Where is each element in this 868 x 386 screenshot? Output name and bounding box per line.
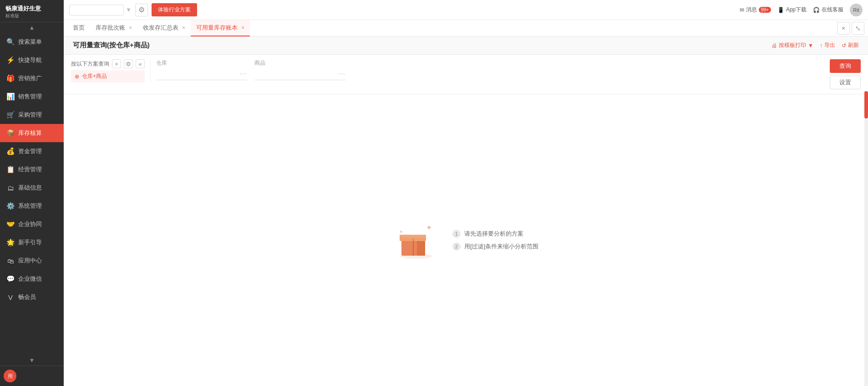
marketing-icon: 🎁 [6, 74, 15, 82]
app-label: App下载 [786, 6, 807, 14]
sidebar-item-label-finance: 资金管理 [18, 147, 42, 155]
sidebar-item-enterprise[interactable]: 🤝企业协同 [0, 215, 64, 233]
svg-rect-4 [400, 235, 426, 237]
filter-fields: 仓库 ··· 商品 ··· [156, 59, 830, 80]
sidebar-item-purchase[interactable]: 🛒采购管理 [0, 106, 64, 124]
print-action[interactable]: 🖨 按模板打印 ▼ [772, 41, 813, 49]
tip-num-1: 1 [452, 230, 461, 238]
sidebar-item-search[interactable]: 🔍搜索菜单 [0, 33, 64, 51]
warehouse-input-wrap: ··· [156, 68, 247, 80]
tab-available-close[interactable]: × [241, 25, 244, 31]
tabs-controls: × ⤡ [837, 22, 864, 35]
settings-btn[interactable]: 设置 [830, 76, 861, 89]
export-icon: ↑ [820, 42, 822, 49]
message-icon: ✉ [740, 7, 744, 13]
tab-available[interactable]: 可用量库存账本 × [191, 20, 250, 36]
sidebar-item-label-enterprise: 企业协同 [18, 220, 42, 228]
operations-icon: 📋 [6, 165, 15, 174]
product-label: 商品 [254, 59, 345, 67]
enterprise-icon: 🤝 [6, 220, 15, 228]
basic-icon: 🗂 [6, 184, 15, 192]
filter-area: 按以下方案查询 + ⚙ « ⊕ 仓库+商品 仓库 ··· 商品 [64, 55, 868, 94]
sidebar-item-sales[interactable]: 📊销售管理 [0, 87, 64, 106]
sidebar-item-label-inventory: 库存核算 [18, 129, 42, 137]
sidebar-user[interactable]: 用 [0, 365, 64, 386]
right-scrollbar[interactable] [864, 91, 868, 386]
collapse-scheme-btn[interactable]: « [136, 59, 145, 68]
scheme-item-label: 仓库+商品 [82, 72, 107, 80]
warehouse-input[interactable] [156, 71, 238, 77]
warehouse-more-btn[interactable]: ··· [240, 70, 247, 78]
topbar-search-area: ▼ [69, 5, 132, 15]
online-service-action[interactable]: 🎧 在线客服 [813, 6, 843, 14]
sidebar-item-inventory[interactable]: 📦库存核算 [0, 124, 64, 142]
tab-summary-close[interactable]: × [182, 25, 185, 31]
tab-batch[interactable]: 库存批次账 × [90, 20, 137, 36]
empty-state: ✦ ✦ 1 请先选择要分析的方案 2 用[过滤]条件来缩小分析范围 [64, 94, 868, 386]
tip-1: 1 请先选择要分析的方案 [452, 230, 538, 238]
svg-rect-2 [417, 239, 425, 256]
message-action[interactable]: ✉ 消息 99+ [740, 6, 771, 14]
scroll-up-btn[interactable]: ▲ [0, 22, 64, 33]
app-download-action[interactable]: 📱 App下载 [777, 6, 807, 14]
sidebar-item-shortcut[interactable]: ⚡快捷导航 [0, 51, 64, 69]
tabs-bar: 首页 库存批次账 × 收发存汇总表 × 可用量库存账本 × × ⤡ [64, 20, 868, 36]
product-input[interactable] [254, 71, 336, 77]
scrollbar-thumb[interactable] [864, 91, 868, 118]
finance-icon: 💰 [6, 147, 15, 155]
print-dropdown-icon[interactable]: ▼ [808, 42, 813, 49]
system-icon: ⚙️ [6, 202, 15, 210]
topbar-dropdown-icon[interactable]: ▼ [126, 6, 132, 13]
appstore-icon: 🛍 [6, 257, 15, 265]
sidebar-item-appstore[interactable]: 🛍应用中心 [0, 252, 64, 270]
warehouse-label: 仓库 [156, 59, 247, 67]
sidebar-item-label-shortcut: 快捷导航 [18, 56, 42, 64]
tab-close-all-btn[interactable]: × [837, 22, 850, 35]
filter-scheme-header: 按以下方案查询 + ⚙ « [71, 59, 145, 68]
inventory-icon: 📦 [6, 129, 15, 137]
add-scheme-btn[interactable]: + [112, 59, 121, 68]
topbar-user-text: Rit [853, 7, 859, 13]
tab-batch-label: 库存批次账 [96, 24, 125, 32]
tab-expand-btn[interactable]: ⤡ [852, 22, 864, 35]
sidebar-item-system[interactable]: ⚙️系统管理 [0, 197, 64, 215]
product-more-btn[interactable]: ··· [338, 70, 345, 78]
tip-text-2: 用[过滤]条件来缩小分析范围 [464, 242, 538, 251]
topbar-actions: ✉ 消息 99+ 📱 App下载 🎧 在线客服 Rit [740, 4, 863, 16]
scroll-down-btn[interactable]: ▼ [0, 355, 64, 365]
tab-batch-close[interactable]: × [129, 25, 132, 31]
sidebar-item-finance[interactable]: 💰资金管理 [0, 142, 64, 160]
filter-scheme-panel: 按以下方案查询 + ⚙ « ⊕ 仓库+商品 [71, 59, 151, 82]
phone-icon: 📱 [777, 7, 784, 13]
refresh-action[interactable]: ↺ 刷新 [842, 41, 859, 49]
headset-icon: 🎧 [813, 7, 820, 13]
scheme-label: 按以下方案查询 [71, 60, 109, 68]
query-btn[interactable]: 查询 [830, 59, 861, 73]
member-icon: V [6, 293, 15, 301]
industry-solution-btn[interactable]: 体验行业方案 [152, 3, 197, 16]
search-icon: 🔍 [6, 38, 15, 46]
tab-summary[interactable]: 收发存汇总表 × [137, 20, 191, 36]
topbar-user-avatar[interactable]: Rit [850, 4, 863, 16]
sidebar-item-member[interactable]: V畅会员 [0, 288, 64, 306]
topbar-gear-btn[interactable]: ⚙ [135, 4, 148, 16]
sidebar-item-marketing[interactable]: 🎁营销推广 [0, 69, 64, 87]
tab-home-label: 首页 [73, 24, 85, 32]
topbar-search-input[interactable] [69, 5, 124, 15]
tab-home[interactable]: 首页 [67, 20, 90, 36]
tab-available-label: 可用量库存账本 [196, 24, 238, 32]
tab-summary-label: 收发存汇总表 [143, 24, 178, 32]
export-action[interactable]: ↑ 导出 [820, 41, 835, 49]
sidebar-item-guide[interactable]: 🌟新手引导 [0, 233, 64, 252]
sidebar-item-wechat[interactable]: 💬企业微信 [0, 270, 64, 288]
print-icon: 🖨 [772, 42, 777, 49]
page-header: 可用量查询(按仓库+商品) 🖨 按模板打印 ▼ ↑ 导出 ↺ 刷新 [64, 36, 868, 55]
sidebar-item-basic[interactable]: 🗂基础信息 [0, 179, 64, 197]
message-label: 消息 [746, 6, 757, 14]
sidebar-item-label-system: 系统管理 [18, 202, 42, 210]
export-label: 导出 [824, 41, 835, 49]
settings-scheme-btn[interactable]: ⚙ [124, 59, 133, 68]
sidebar-item-operations[interactable]: 📋经营管理 [0, 160, 64, 179]
scheme-warehouse-product[interactable]: ⊕ 仓库+商品 [71, 70, 145, 82]
sidebar-item-label-guide: 新手引导 [18, 238, 42, 247]
